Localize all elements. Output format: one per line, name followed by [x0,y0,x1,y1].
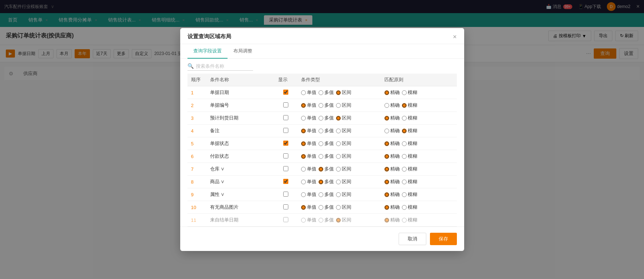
type-radio-0-1[interactable]: 多值 [319,89,334,96]
row-type-0[interactable]: 单值多值区间 [297,86,381,99]
type-radio-7-0[interactable]: 单值 [301,178,316,185]
type-radio-4-0[interactable]: 单值 [301,140,316,147]
row-type-10[interactable]: 单值多值区间 [297,214,381,227]
match-radio-1-1[interactable]: 模糊 [402,102,417,109]
row-show-4[interactable] [274,137,297,150]
type-radio-10-2[interactable]: 区间 [336,217,351,223]
type-radio-5-2[interactable]: 区间 [336,153,351,160]
row-show-10[interactable] [274,214,297,227]
row-match-0[interactable]: 精确模糊 [381,86,457,99]
save-button[interactable]: 保存 [430,233,457,245]
show-checkbox-5[interactable] [283,153,288,158]
show-checkbox-10[interactable] [283,217,288,222]
type-radio-8-2[interactable]: 区间 [336,191,351,198]
cancel-button[interactable]: 取消 [399,233,426,245]
row-type-4[interactable]: 单值多值区间 [297,137,381,150]
type-radio-2-2[interactable]: 区间 [336,115,351,121]
match-radio-8-1[interactable]: 模糊 [402,191,417,198]
type-radio-9-1[interactable]: 多值 [319,204,334,211]
type-radio-2-0[interactable]: 单值 [301,115,316,121]
match-radio-8-0[interactable]: 精确 [384,191,400,198]
match-radio-3-0[interactable]: 精确 [384,127,400,134]
match-radio-7-0[interactable]: 精确 [384,178,400,185]
match-radio-7-1[interactable]: 模糊 [402,178,417,185]
row-match-1[interactable]: 精确模糊 [381,99,457,112]
show-checkbox-9[interactable] [283,204,288,209]
type-radio-4-2[interactable]: 区间 [336,140,351,147]
type-radio-1-1[interactable]: 多值 [319,102,334,109]
row-show-2[interactable] [274,112,297,125]
match-radio-5-1[interactable]: 模糊 [402,153,417,160]
type-radio-0-2[interactable]: 区间 [336,89,351,96]
row-match-10[interactable]: 精确模糊 [381,214,457,227]
row-match-8[interactable]: 精确模糊 [381,188,457,201]
match-radio-9-0[interactable]: 精确 [384,204,400,211]
row-type-8[interactable]: 单值多值区间 [297,188,381,201]
row-match-9[interactable]: 精确模糊 [381,201,457,214]
type-radio-8-0[interactable]: 单值 [301,191,316,198]
match-radio-10-0[interactable]: 精确 [384,217,400,223]
row-show-6[interactable] [274,163,297,176]
row-show-8[interactable] [274,188,297,201]
type-radio-3-1[interactable]: 多值 [319,127,334,134]
type-radio-5-1[interactable]: 多值 [319,153,334,160]
row-show-9[interactable] [274,201,297,214]
row-show-5[interactable] [274,150,297,163]
show-checkbox-8[interactable] [283,192,288,197]
show-checkbox-2[interactable] [283,115,288,120]
row-match-6[interactable]: 精确模糊 [381,163,457,176]
row-type-3[interactable]: 单值多值区间 [297,125,381,137]
match-radio-0-1[interactable]: 模糊 [402,89,417,96]
type-radio-6-0[interactable]: 单值 [301,166,316,172]
row-match-3[interactable]: 精确模糊 [381,125,457,137]
show-checkbox-1[interactable] [283,102,288,107]
match-radio-6-0[interactable]: 精确 [384,166,400,172]
match-radio-2-1[interactable]: 模糊 [402,115,417,121]
type-radio-3-2[interactable]: 区间 [336,127,351,134]
type-radio-7-1[interactable]: 多值 [319,178,334,185]
row-type-7[interactable]: 单值多值区间 [297,176,381,188]
type-radio-3-0[interactable]: 单值 [301,127,316,134]
row-match-5[interactable]: 精确模糊 [381,150,457,163]
match-radio-1-0[interactable]: 精确 [384,102,400,109]
type-radio-9-0[interactable]: 单值 [301,204,316,211]
match-radio-3-1[interactable]: 模糊 [402,127,417,134]
type-radio-0-0[interactable]: 单值 [301,89,316,96]
row-match-2[interactable]: 精确模糊 [381,112,457,125]
show-checkbox-7[interactable] [283,179,288,184]
row-type-6[interactable]: 单值多值区间 [297,163,381,176]
row-type-9[interactable]: 单值多值区间 [297,201,381,214]
row-match-7[interactable]: 精确模糊 [381,176,457,188]
match-radio-4-0[interactable]: 精确 [384,140,400,147]
type-radio-10-0[interactable]: 单值 [301,217,316,223]
type-radio-5-0[interactable]: 单值 [301,153,316,160]
condition-search-input[interactable] [196,63,247,69]
match-radio-4-1[interactable]: 模糊 [402,140,417,147]
type-radio-4-1[interactable]: 多值 [319,140,334,147]
row-show-0[interactable] [274,86,297,99]
show-checkbox-0[interactable] [283,90,288,95]
match-radio-2-0[interactable]: 精确 [384,115,400,121]
type-radio-7-2[interactable]: 区间 [336,178,351,185]
row-show-7[interactable] [274,176,297,188]
match-radio-6-1[interactable]: 模糊 [402,166,417,172]
dialog-close-button[interactable]: × [453,34,457,40]
type-radio-1-0[interactable]: 单值 [301,102,316,109]
match-radio-0-0[interactable]: 精确 [384,89,400,96]
match-radio-10-1[interactable]: 模糊 [402,217,417,223]
type-radio-9-2[interactable]: 区间 [336,204,351,211]
type-radio-1-2[interactable]: 区间 [336,102,351,109]
row-type-2[interactable]: 单值多值区间 [297,112,381,125]
type-radio-6-2[interactable]: 区间 [336,166,351,172]
type-radio-10-1[interactable]: 多值 [319,217,334,223]
show-checkbox-4[interactable] [283,141,288,146]
show-checkbox-3[interactable] [283,128,288,133]
row-type-5[interactable]: 单值多值区间 [297,150,381,163]
row-show-3[interactable] [274,125,297,137]
row-show-1[interactable] [274,99,297,112]
match-radio-9-1[interactable]: 模糊 [402,204,417,211]
row-type-1[interactable]: 单值多值区间 [297,99,381,112]
type-radio-6-1[interactable]: 多值 [319,166,334,172]
row-match-4[interactable]: 精确模糊 [381,137,457,150]
dialog-tab-layout[interactable]: 布局调整 [228,44,258,59]
